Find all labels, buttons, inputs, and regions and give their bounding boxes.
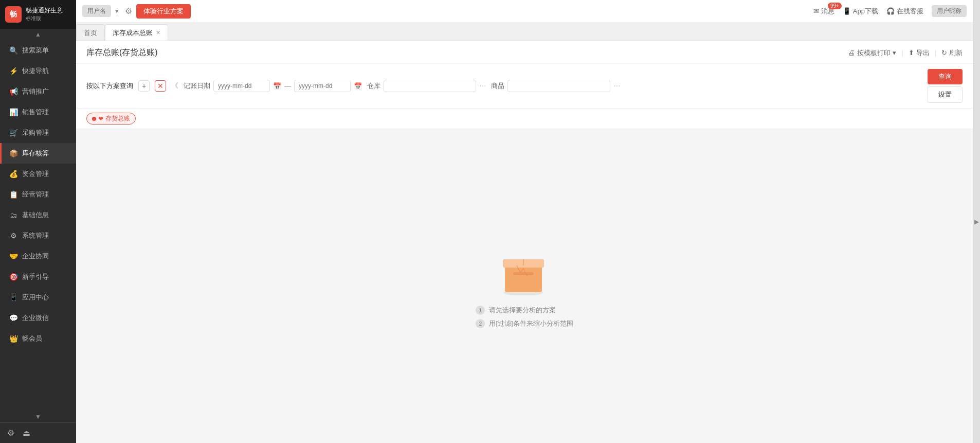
purchase-icon: 🛒 xyxy=(9,128,18,137)
warehouse-label: 仓库 xyxy=(367,81,380,91)
right-collapse-panel[interactable]: ▶ xyxy=(973,0,980,443)
goods-field: 商品 ··· xyxy=(491,80,620,92)
svg-rect-1 xyxy=(505,265,542,292)
app-download-btn[interactable]: 📱 App下载 xyxy=(843,7,878,16)
sidebar-item-inventory[interactable]: 📦 库存核算 xyxy=(0,143,76,164)
sidebar-item-search[interactable]: 🔍 搜索菜单 xyxy=(0,40,76,61)
refresh-btn[interactable]: ↻ 刷新 xyxy=(941,48,963,58)
sidebar-item-finance[interactable]: 💰 资金管理 xyxy=(0,164,76,184)
scroll-up[interactable]: ▲ xyxy=(0,29,76,40)
audio-bottom-icon[interactable]: ⏏ xyxy=(23,428,30,438)
msg-btn[interactable]: ✉ 消息 99+ xyxy=(813,7,834,16)
scheme-label: 存货总账 xyxy=(105,114,130,123)
settings-bottom-icon[interactable]: ⚙ xyxy=(7,428,14,438)
sidebar-item-basic[interactable]: 🗂 基础信息 xyxy=(0,205,76,225)
date-to-input[interactable] xyxy=(294,80,351,92)
tab-close-icon[interactable]: ✕ xyxy=(156,29,160,36)
filter-label: 按以下方案查询 xyxy=(86,81,133,91)
tip-2-text: 用[过滤]条件来缩小分析范围 xyxy=(489,319,573,328)
msg-badge: 99+ xyxy=(828,3,842,9)
sidebar-item-guide[interactable]: 🎯 新手引导 xyxy=(0,267,76,287)
page-actions: 🖨 按模板打印 ▾ | ⬆ 导出 | ↻ 刷新 xyxy=(848,48,963,58)
sidebar-bottom: ⚙ ⏏ xyxy=(0,422,76,443)
date-from-icon[interactable]: 📅 xyxy=(273,82,281,90)
search-icon: 🔍 xyxy=(9,46,18,55)
warehouse-input[interactable] xyxy=(384,80,476,92)
tip-1-num: 1 xyxy=(476,306,485,315)
sidebar-item-system[interactable]: ⚙ 系统管理 xyxy=(0,225,76,246)
empty-illustration-svg xyxy=(494,244,555,295)
user-avatar[interactable]: 用户昵称 xyxy=(932,5,967,17)
date-field: 记账日期 📅 — 📅 xyxy=(184,80,362,92)
svg-rect-4 xyxy=(513,272,534,275)
empty-tips: 1 请先选择要分析的方案 2 用[过滤]条件来缩小分析范围 xyxy=(476,306,573,328)
sidebar-item-appcenter[interactable]: 📱 应用中心 xyxy=(0,287,76,308)
finance-icon: 💰 xyxy=(9,169,18,179)
sales-icon: 📊 xyxy=(9,108,18,117)
sidebar-item-wechat[interactable]: 💬 企业微信 xyxy=(0,308,76,328)
sidebar-item-operation[interactable]: 📋 经营管理 xyxy=(0,184,76,205)
date-label: 记账日期 xyxy=(184,81,210,91)
query-button[interactable]: 查询 xyxy=(928,69,963,84)
tab-bar: 首页 库存成本总账 ✕ xyxy=(76,23,973,41)
top-bar-right: ✉ 消息 99+ 📱 App下载 🎧 在线客服 用户昵称 xyxy=(813,5,967,17)
user-dropdown-icon[interactable]: ▾ xyxy=(115,7,119,15)
empty-tip-1: 1 请先选择要分析的方案 xyxy=(476,306,573,315)
settings-icon[interactable]: ⚙ xyxy=(125,6,132,16)
tip-1-text: 请先选择要分析的方案 xyxy=(489,306,556,315)
sidebar-logo: 畅 畅捷通好生意 标准版 xyxy=(0,0,76,29)
app-sub: 标准版 xyxy=(26,15,63,22)
service-btn[interactable]: 🎧 在线客服 xyxy=(886,7,923,16)
system-icon: ⚙ xyxy=(9,231,18,240)
export-btn[interactable]: ⬆ 导出 xyxy=(909,48,930,58)
user-label: 用户名 xyxy=(87,7,106,15)
page-title: 库存总账(存货总账) xyxy=(86,47,158,58)
tab-inventory-ledger[interactable]: 库存成本总账 ✕ xyxy=(105,24,168,41)
basic-icon: 🗂 xyxy=(9,210,18,220)
msg-icon: ✉ xyxy=(813,7,819,15)
user-selector[interactable]: 用户名 xyxy=(82,5,111,17)
goods-label: 商品 xyxy=(491,81,504,91)
sidebar-item-marketing[interactable]: 📢 营销推广 xyxy=(0,81,76,102)
print-btn[interactable]: 🖨 按模板打印 ▾ xyxy=(848,48,896,58)
filter-clear-btn[interactable]: ✕ xyxy=(155,80,166,92)
divider-2: | xyxy=(935,49,936,57)
date-from-input[interactable] xyxy=(213,80,270,92)
scheme-icon: ❤ xyxy=(98,115,103,122)
date-separator: — xyxy=(284,82,291,90)
marketing-icon: 📢 xyxy=(9,87,18,96)
top-bar: 用户名 ▾ ⚙ 体验行业方案 ✉ 消息 99+ 📱 App下载 🎧 在线客服 用… xyxy=(76,0,973,23)
content-area: 库存总账(存货总账) 🖨 按模板打印 ▾ | ⬆ 导出 | ↻ 刷新 xyxy=(76,41,973,443)
filter-collapse-btn[interactable]: 《 xyxy=(171,81,178,91)
page-header: 库存总账(存货总账) 🖨 按模板打印 ▾ | ⬆ 导出 | ↻ 刷新 xyxy=(76,41,973,64)
sidebar-item-sales[interactable]: 📊 销售管理 xyxy=(0,102,76,122)
sidebar-item-quicknav[interactable]: ⚡ 快捷导航 xyxy=(0,61,76,81)
tab-home[interactable]: 首页 xyxy=(76,24,105,41)
refresh-icon: ↻ xyxy=(941,49,947,57)
sidebar-scroll: 🔍 搜索菜单 ⚡ 快捷导航 📢 营销推广 📊 销售管理 🛒 采购管理 📦 库存核… xyxy=(0,40,76,411)
sidebar-item-member[interactable]: 👑 畅会员 xyxy=(0,328,76,349)
date-to-icon[interactable]: 📅 xyxy=(354,82,362,90)
scheme-tag[interactable]: ❤ 存货总账 xyxy=(86,113,136,125)
industry-btn[interactable]: 体验行业方案 xyxy=(136,4,191,19)
collapse-icon: ▶ xyxy=(973,218,981,225)
scroll-down[interactable]: ▼ xyxy=(0,411,76,422)
guide-icon: 🎯 xyxy=(9,272,18,281)
print-dropdown-icon[interactable]: ▾ xyxy=(893,49,896,57)
member-icon: 👑 xyxy=(9,334,18,343)
main-area: 用户名 ▾ ⚙ 体验行业方案 ✉ 消息 99+ 📱 App下载 🎧 在线客服 用… xyxy=(76,0,973,443)
print-icon: 🖨 xyxy=(848,49,855,57)
settings-button[interactable]: 设置 xyxy=(928,86,963,103)
service-icon: 🎧 xyxy=(886,7,895,15)
goods-input[interactable] xyxy=(507,80,610,92)
sidebar-item-purchase[interactable]: 🛒 采购管理 xyxy=(0,122,76,143)
logo-icon: 畅 xyxy=(5,6,22,23)
warehouse-more-btn[interactable]: ··· xyxy=(479,81,486,91)
sidebar-item-cooperation[interactable]: 🤝 企业协同 xyxy=(0,246,76,267)
goods-more-btn[interactable]: ··· xyxy=(613,81,620,91)
phone-icon: 📱 xyxy=(843,7,851,15)
appcenter-icon: 📱 xyxy=(9,293,18,302)
filter-add-btn[interactable]: + xyxy=(138,80,150,92)
app-name: 畅捷通好生意 xyxy=(26,7,63,15)
sidebar: 畅 畅捷通好生意 标准版 ▲ 🔍 搜索菜单 ⚡ 快捷导航 📢 营销推广 📊 销售… xyxy=(0,0,76,443)
